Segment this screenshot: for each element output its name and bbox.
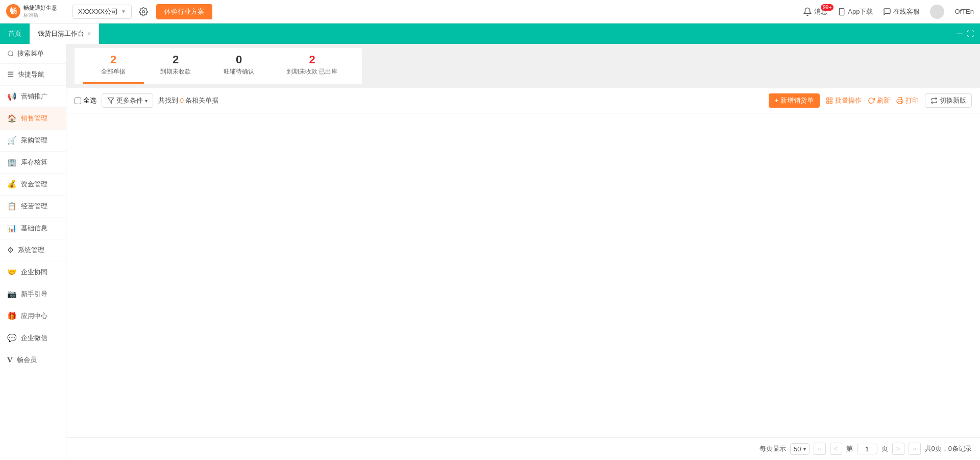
print-button[interactable]: 打印 bbox=[896, 96, 919, 105]
sidebar-search[interactable]: 搜索菜单 bbox=[0, 44, 66, 64]
messages-item[interactable]: 消息 99+ bbox=[803, 7, 827, 16]
add-sales-button[interactable]: + 新增销货单 bbox=[769, 93, 820, 108]
minimize-icon[interactable]: ─ bbox=[957, 29, 963, 38]
status-card-overdue[interactable]: 2 到期未收款 bbox=[144, 48, 207, 84]
sidebar-system-label: 系统管理 bbox=[18, 246, 44, 255]
svg-line-4 bbox=[12, 55, 14, 57]
sidebar-member-label: 畅会员 bbox=[17, 355, 37, 365]
marketing-icon: 📢 bbox=[7, 92, 17, 101]
sidebar-marketing-label: 营销推广 bbox=[21, 92, 47, 101]
avatar[interactable] bbox=[930, 5, 944, 19]
batch-operation-button[interactable]: 批量操作 bbox=[826, 96, 862, 105]
sidebar-item-operations[interactable]: 📋 经营管理 bbox=[0, 196, 66, 217]
overdue-label: 到期未收款 bbox=[160, 67, 191, 76]
switch-label: 切换新版 bbox=[940, 96, 966, 105]
refresh-button[interactable]: 刷新 bbox=[868, 96, 890, 105]
company-select[interactable]: XXXXXX公司 ▼ bbox=[72, 5, 132, 19]
all-count: 2 bbox=[99, 53, 128, 66]
sidebar-item-sales[interactable]: 🏠 销售管理 bbox=[0, 108, 66, 130]
logo-text-block: 畅捷通好生意 标准版 bbox=[23, 4, 57, 18]
online-service-item[interactable]: 在线客服 bbox=[883, 7, 920, 16]
checkbox-input[interactable] bbox=[75, 98, 81, 104]
sidebar-item-basic[interactable]: 📊 基础信息 bbox=[0, 217, 66, 239]
company-name: XXXXXX公司 bbox=[78, 7, 118, 16]
sidebar-inventory-label: 库存核算 bbox=[21, 158, 47, 167]
toolbar-right: + 新增销货单 批量操作 刷新 bbox=[769, 93, 972, 108]
sidebar: 搜索菜单 ☰ 快捷导航 📢 营销推广 🏠 销售管理 🛒 采购管理 🏢 库存核算 … bbox=[0, 44, 66, 460]
sidebar-item-marketing[interactable]: 📢 营销推广 bbox=[0, 86, 66, 108]
tab-home-label: 首页 bbox=[8, 29, 21, 38]
top-header: 畅 畅捷通好生意 标准版 XXXXXX公司 ▼ 体验行业方案 消息 99+ bbox=[0, 0, 980, 23]
header-right: 消息 99+ App下载 在线客服 OfTEn bbox=[803, 5, 974, 19]
pending-label: 旺辅待确认 bbox=[224, 67, 254, 76]
close-icon[interactable]: × bbox=[87, 30, 91, 37]
svg-rect-7 bbox=[830, 98, 832, 100]
batch-label: 批量操作 bbox=[835, 96, 862, 105]
main-content: 2 全部单据 2 到期未收款 0 旺辅待确认 2 到期未收款 已出库 bbox=[66, 44, 980, 460]
page-suffix: 页 bbox=[881, 444, 888, 453]
svg-rect-10 bbox=[898, 101, 902, 104]
member-icon: V bbox=[7, 356, 13, 365]
toolbar: 全选 更多条件 ▾ 共找到 0 条相关单据 + 新增销货单 bbox=[66, 88, 980, 113]
settings-icon[interactable] bbox=[136, 4, 151, 19]
logo-tag: 标准版 bbox=[23, 12, 57, 19]
all-label: 全部单据 bbox=[99, 67, 128, 76]
basic-icon: 📊 bbox=[7, 224, 17, 233]
svg-rect-6 bbox=[827, 98, 829, 100]
filter-label: 更多条件 bbox=[116, 96, 143, 105]
sidebar-item-app-center[interactable]: 🎁 应用中心 bbox=[0, 305, 66, 327]
print-label: 打印 bbox=[905, 96, 919, 105]
wechat-icon: 💬 bbox=[7, 333, 17, 343]
finance-icon: 💰 bbox=[7, 180, 17, 189]
per-page-label: 每页显示 bbox=[760, 444, 786, 453]
next-page-button[interactable]: > bbox=[892, 443, 904, 455]
overdue-count: 2 bbox=[160, 53, 191, 66]
sidebar-item-cooperation[interactable]: 🤝 企业协同 bbox=[0, 261, 66, 283]
found-count: 0 bbox=[180, 96, 184, 104]
sidebar-item-guide[interactable]: 📷 新手引导 bbox=[0, 283, 66, 305]
found-prefix: 共找到 bbox=[158, 96, 178, 104]
overdue-shipped-count: 2 bbox=[287, 53, 337, 66]
filter-button[interactable]: 更多条件 ▾ bbox=[102, 93, 153, 108]
quick-nav-icon: ☰ bbox=[7, 70, 14, 79]
svg-point-3 bbox=[8, 51, 13, 56]
status-card-overdue-shipped[interactable]: 2 到期未收款 已出库 bbox=[271, 48, 354, 84]
chevron-down-icon: ▼ bbox=[121, 9, 126, 14]
maximize-icon[interactable]: ⛶ bbox=[967, 30, 974, 38]
purchase-icon: 🛒 bbox=[7, 136, 17, 145]
tab-home[interactable]: 首页 bbox=[0, 23, 30, 44]
sidebar-item-purchase[interactable]: 🛒 采购管理 bbox=[0, 130, 66, 152]
page-prefix: 第 bbox=[846, 444, 853, 453]
sidebar-item-finance[interactable]: 💰 资金管理 bbox=[0, 174, 66, 196]
table-area bbox=[66, 113, 980, 437]
operations-icon: 📋 bbox=[7, 202, 17, 211]
prev-page-button[interactable]: < bbox=[830, 443, 842, 455]
sidebar-item-member[interactable]: V 畅会员 bbox=[0, 349, 66, 371]
tab-active[interactable]: 钱货日清工作台 × bbox=[30, 23, 99, 44]
status-card-all[interactable]: 2 全部单据 bbox=[83, 48, 144, 84]
switch-version-button[interactable]: 切换新版 bbox=[925, 93, 972, 108]
sidebar-cooperation-label: 企业协同 bbox=[21, 268, 47, 277]
svg-marker-5 bbox=[108, 98, 114, 104]
trial-button[interactable]: 体验行业方案 bbox=[156, 4, 212, 19]
status-card-pending[interactable]: 0 旺辅待确认 bbox=[207, 48, 271, 84]
select-all-checkbox[interactable]: 全选 bbox=[75, 96, 96, 105]
sidebar-app-center-label: 应用中心 bbox=[21, 311, 47, 321]
sidebar-item-quick-nav[interactable]: ☰ 快捷导航 bbox=[0, 64, 66, 86]
sidebar-item-inventory[interactable]: 🏢 库存核算 bbox=[0, 152, 66, 174]
sidebar-item-system[interactable]: ⚙ 系统管理 bbox=[0, 239, 66, 261]
page-input[interactable] bbox=[857, 444, 877, 454]
sidebar-item-wechat[interactable]: 💬 企业微信 bbox=[0, 327, 66, 349]
per-page-arrow: ▾ bbox=[803, 446, 806, 452]
svg-rect-8 bbox=[830, 101, 832, 103]
sales-icon: 🏠 bbox=[7, 114, 17, 123]
first-page-button[interactable]: « bbox=[814, 443, 826, 455]
per-page-select[interactable]: 50 ▾ bbox=[790, 443, 809, 455]
last-page-button[interactable]: » bbox=[909, 443, 921, 455]
app-download-item[interactable]: App下载 bbox=[838, 7, 873, 16]
logo-icon: 畅 bbox=[6, 4, 20, 18]
search-menu-label: 搜索菜单 bbox=[17, 49, 44, 58]
select-all-label: 全选 bbox=[83, 96, 96, 105]
sidebar-sales-label: 销售管理 bbox=[21, 114, 47, 123]
sidebar-wechat-label: 企业微信 bbox=[21, 333, 47, 343]
